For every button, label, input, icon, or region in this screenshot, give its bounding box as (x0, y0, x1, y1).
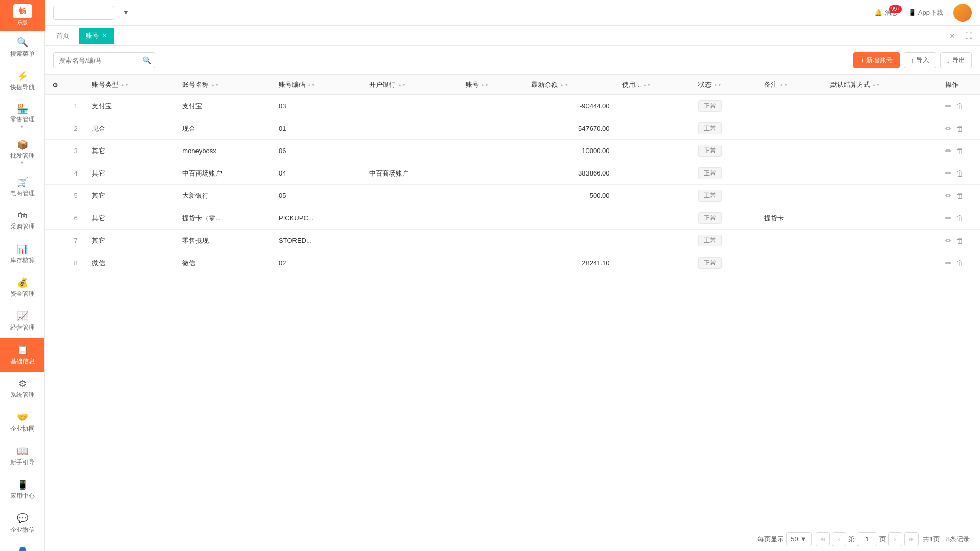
tab-home[interactable]: 首页 (49, 28, 77, 44)
delete-button[interactable]: 🗑 (956, 102, 964, 110)
page-size-select: 每页显示 50 ▼ (757, 532, 811, 546)
sidebar-item-member[interactable]: 👤 畅会员 (0, 540, 44, 551)
dropdown-arrow: ▼ (20, 160, 24, 165)
per-page-selector[interactable]: 50 ▼ (786, 532, 811, 546)
export-label: 导出 (952, 56, 965, 65)
row-account (459, 140, 525, 162)
sidebar-item-system-mgmt[interactable]: ⚙ 系统管理 (0, 372, 44, 406)
table-row: 2 现金 现金 01 547670.00 正常 ✏ 🗑 (45, 117, 980, 140)
sidebar-item-ecommerce-mgmt[interactable]: 🛒 电商管理 (0, 170, 44, 204)
row-actions: ✏ 🗑 (939, 185, 980, 207)
edit-button[interactable]: ✏ (945, 146, 952, 156)
export-icon: ↓ (947, 57, 950, 64)
table-row: 7 其它 零售抵现 STORED... 正常 ✏ 🗑 (45, 230, 980, 252)
edit-button[interactable]: ✏ (945, 259, 952, 268)
col-remark[interactable]: 备注▲▼ (758, 75, 824, 95)
col-type[interactable]: 账号类型▲▼ (86, 75, 176, 95)
user-avatar[interactable] (953, 4, 972, 22)
app-logo: 畅 乐版 (0, 0, 45, 31)
tab-account-close[interactable]: ✕ (102, 32, 107, 39)
row-num: 4 (65, 162, 86, 185)
search-input[interactable] (53, 52, 155, 68)
edit-button[interactable]: ✏ (945, 124, 952, 133)
sidebar-item-quick-nav[interactable]: ⚡ 快捷导航 (0, 64, 44, 98)
import-icon: ↑ (911, 57, 914, 64)
prev-page-button[interactable]: ‹ (832, 532, 846, 546)
export-button[interactable]: ↓ 导出 (940, 52, 972, 68)
row-gear (45, 207, 65, 230)
sidebar-item-finance-mgmt[interactable]: 💰 资金管理 (0, 271, 44, 305)
app-download-button[interactable]: 📱 App下载 (908, 8, 943, 17)
row-balance (525, 230, 616, 252)
last-page-button[interactable]: ⏭ (904, 532, 919, 546)
add-account-button[interactable]: + 新增账号 (853, 52, 900, 68)
search-menu-icon: 🔍 (17, 37, 28, 48)
delete-button[interactable]: 🗑 (956, 191, 964, 200)
status-badge: 正常 (698, 235, 722, 246)
col-status[interactable]: 状态▲▼ (692, 75, 758, 95)
edit-button[interactable]: ✏ (945, 169, 952, 178)
sidebar-item-app-center[interactable]: 📱 应用中心 (0, 473, 44, 507)
first-page-button[interactable]: ⏮ (816, 532, 830, 546)
delete-button[interactable]: 🗑 (956, 169, 964, 178)
sidebar-item-basic-info[interactable]: 📋 基础信息 (0, 338, 44, 372)
row-usage (616, 117, 692, 140)
delete-button[interactable]: 🗑 (956, 236, 964, 245)
expand-button[interactable]: ⛶ (962, 29, 976, 43)
col-bank[interactable]: 开户银行▲▼ (363, 75, 459, 95)
header-dropdown[interactable]: ▼ (122, 9, 129, 16)
gear-icon[interactable]: ⚙ (52, 81, 58, 89)
page-navigation: ⏮ ‹ 第 页 › ⏭ (816, 532, 919, 546)
col-name[interactable]: 账号名称▲▼ (176, 75, 273, 95)
delete-button[interactable]: 🗑 (956, 146, 964, 155)
row-remark (758, 185, 824, 207)
next-page-button[interactable]: › (888, 532, 902, 546)
tab-account[interactable]: 账号 ✕ (79, 28, 114, 44)
sidebar-item-new-guide[interactable]: 📖 新手引导 (0, 439, 44, 473)
col-default-settlement[interactable]: 默认结算方式▲▼ (824, 75, 939, 95)
app-version: 乐版 (17, 19, 28, 27)
row-num: 5 (65, 185, 86, 207)
search-icon[interactable]: 🔍 (142, 56, 151, 64)
col-balance[interactable]: 最新余额▲▼ (525, 75, 616, 95)
sidebar-item-wholesale-mgmt[interactable]: 📦 批发管理 ▼ (0, 134, 44, 170)
col-code[interactable]: 账号编码▲▼ (273, 75, 363, 95)
edit-button[interactable]: ✏ (945, 214, 952, 223)
sidebar-item-purchase-mgmt[interactable]: 🛍 采购管理 (0, 204, 44, 237)
edit-button[interactable]: ✏ (945, 191, 952, 201)
system-mgmt-label: 系统管理 (10, 391, 35, 399)
row-bank (363, 95, 459, 117)
delete-button[interactable]: 🗑 (956, 214, 964, 222)
row-remark (758, 252, 824, 274)
row-default-settlement (824, 117, 939, 140)
sidebar-item-operations-mgmt[interactable]: 📈 经营管理 (0, 305, 44, 338)
row-name: 支付宝 (176, 95, 273, 117)
delete-button[interactable]: 🗑 (956, 124, 964, 133)
row-actions: ✏ 🗑 (939, 207, 980, 230)
page-number-input[interactable] (857, 532, 877, 546)
edit-button[interactable]: ✏ (945, 102, 952, 111)
sidebar-item-inventory[interactable]: 📊 库存核算 (0, 237, 44, 271)
row-usage (616, 207, 692, 230)
sidebar-item-enterprise-agreement[interactable]: 🤝 企业协同 (0, 406, 44, 439)
row-gear (45, 117, 65, 140)
quick-nav-icon: ⚡ (17, 70, 28, 82)
ecommerce-mgmt-icon: 🛒 (17, 177, 28, 188)
messages-button[interactable]: 🔔 消息 99+ (874, 8, 898, 17)
row-actions: ✏ 🗑 (939, 252, 980, 274)
import-button[interactable]: ↑ 导入 (904, 52, 936, 68)
col-account[interactable]: 账号▲▼ (459, 75, 525, 95)
row-account (459, 252, 525, 274)
header-search-input[interactable] (53, 6, 114, 20)
sidebar-item-enterprise-wechat[interactable]: 💬 企业微信 (0, 507, 44, 540)
sidebar-item-search-menu[interactable]: 🔍 搜索菜单 (0, 31, 44, 64)
row-type: 其它 (86, 140, 176, 162)
col-usage[interactable]: 使用...▲▼ (616, 75, 692, 95)
edit-button[interactable]: ✏ (945, 236, 952, 245)
row-code: 05 (273, 185, 363, 207)
close-tab-button[interactable]: ✕ (945, 29, 960, 43)
delete-button[interactable]: 🗑 (956, 259, 964, 267)
mobile-icon: 📱 (908, 9, 916, 16)
sidebar-item-retail-mgmt[interactable]: 🏪 零售管理 ▼ (0, 98, 44, 134)
row-bank (363, 140, 459, 162)
